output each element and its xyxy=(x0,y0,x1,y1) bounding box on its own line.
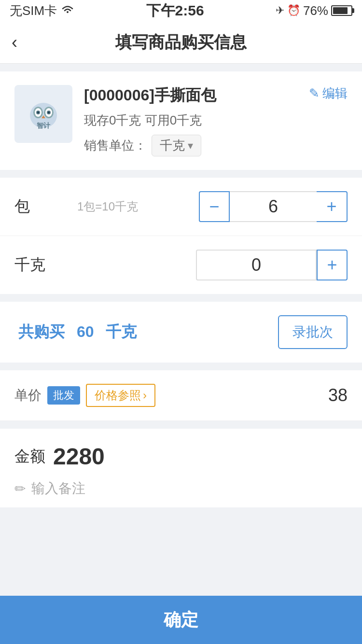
confirm-button[interactable]: 确定 xyxy=(0,596,362,644)
edit-icon: ✎ xyxy=(309,86,320,101)
unit-dropdown[interactable]: 千克 ▾ xyxy=(152,135,201,156)
product-thumbnail: 智计 xyxy=(14,85,72,143)
package-minus-button[interactable]: − xyxy=(199,191,230,222)
price-value: 38 xyxy=(328,385,348,406)
product-logo: 智计 xyxy=(24,97,63,131)
amount-row: 金额 2280 xyxy=(14,443,348,470)
unit-label: 销售单位： xyxy=(84,137,147,154)
status-left: 无SIM卡 xyxy=(10,2,74,19)
amount-value: 2280 xyxy=(53,443,105,470)
location-icon: ✈ xyxy=(276,4,284,17)
price-row: 单价 批发 价格参照 › 38 xyxy=(0,370,362,421)
amount-label: 金额 xyxy=(14,446,45,467)
battery-icon xyxy=(331,5,352,16)
kilogram-input[interactable] xyxy=(196,250,317,280)
record-batch-button[interactable]: 录批次 xyxy=(278,315,348,349)
kilogram-row: 千克 + xyxy=(0,236,362,294)
note-placeholder: 输入备注 xyxy=(31,479,85,498)
edit-button[interactable]: ✎ 编辑 xyxy=(309,85,348,102)
product-unit-row: 销售单位： 千克 ▾ xyxy=(84,135,348,156)
pencil-icon: ✏ xyxy=(14,481,26,497)
summary-text: 共购买 60 千克 xyxy=(14,322,140,343)
price-reference-button[interactable]: 价格参照 › xyxy=(86,384,155,407)
nav-bar: ‹ 填写商品购买信息 xyxy=(0,21,362,64)
package-label: 包 xyxy=(14,196,72,217)
product-card: 智计 [0000006]手撕面包 现存0千克 可用0千克 销售单位： 千克 ▾ … xyxy=(0,71,362,170)
kilogram-label: 千克 xyxy=(14,254,72,276)
carrier-text: 无SIM卡 xyxy=(10,2,57,19)
package-input[interactable] xyxy=(230,191,317,222)
alarm-icon: ⏰ xyxy=(287,4,300,17)
status-right: ✈ ⏰ 76% xyxy=(276,3,352,18)
back-button[interactable]: ‹ xyxy=(12,32,17,53)
package-section: 包 1包=10千克 − + 千克 + xyxy=(0,178,362,294)
package-quantity-control: − + xyxy=(199,191,348,222)
note-row[interactable]: ✏ 输入备注 xyxy=(14,479,348,498)
package-row: 包 1包=10千克 − + xyxy=(0,178,362,236)
svg-text:智计: 智计 xyxy=(36,122,51,129)
product-info: [0000006]手撕面包 现存0千克 可用0千克 销售单位： 千克 ▾ xyxy=(84,85,348,156)
status-bar: 无SIM卡 下午2:56 ✈ ⏰ 76% xyxy=(0,0,362,21)
svg-point-7 xyxy=(37,112,39,113)
package-hint: 1包=10千克 xyxy=(77,199,199,214)
amount-section: 金额 2280 ✏ 输入备注 xyxy=(0,429,362,507)
svg-point-8 xyxy=(48,112,50,113)
package-plus-button[interactable]: + xyxy=(317,191,348,222)
price-type-badge: 批发 xyxy=(47,386,80,405)
status-time: 下午2:56 xyxy=(146,1,204,21)
wifi-icon xyxy=(61,3,74,18)
page-title: 填写商品购买信息 xyxy=(115,31,247,54)
kilogram-plus-button[interactable]: + xyxy=(317,250,348,280)
price-label: 单价 xyxy=(14,386,42,405)
battery-percent: 76% xyxy=(303,3,328,18)
kilogram-quantity-control: + xyxy=(196,250,348,280)
summary-row: 共购买 60 千克 录批次 xyxy=(0,302,362,363)
product-name: [0000006]手撕面包 xyxy=(84,85,348,106)
product-stock: 现存0千克 可用0千克 xyxy=(84,112,348,129)
price-section: 单价 批发 价格参照 › 38 xyxy=(0,370,362,421)
